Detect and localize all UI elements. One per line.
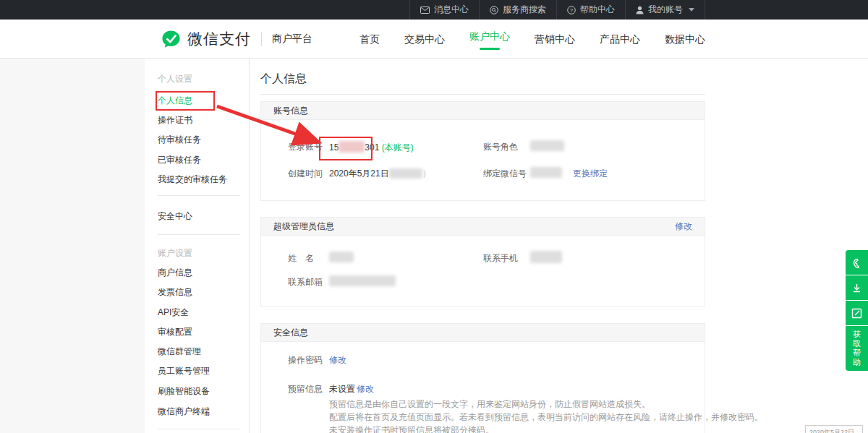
section-title: 账号信息 <box>273 105 308 117</box>
sidebar-item-my-submitted-tasks[interactable]: 我提交的审核任务 <box>158 173 227 186</box>
main-nav: 首页 交易中心 账户中心 营销中心 产品中心 数据中心 <box>359 20 705 59</box>
sidebar-item-operation-certificate[interactable]: 操作证书 <box>158 114 192 127</box>
super-admin-header: 超级管理员信息 修改 <box>261 218 705 236</box>
page-title: 个人信息 <box>260 72 307 87</box>
platform-subtitle: 商户平台 <box>272 33 312 46</box>
redacted-created-time <box>389 168 422 179</box>
operation-password-label: 操作密码 <box>288 354 323 366</box>
created-time-value: 2020年5月21日） <box>329 168 431 180</box>
merchant-platform-page: 消息中心 服务商搜索 ? 帮助中心 我的账号 <box>0 0 868 433</box>
nav-marketing-center[interactable]: 营销中心 <box>535 32 575 46</box>
header: 微信支付 商户平台 首页 交易中心 账户中心 营销中心 产品中心 数据中心 <box>0 20 868 59</box>
nav-home[interactable]: 首页 <box>359 32 380 46</box>
sidebar-item-reviewed-tasks[interactable]: 已审核任务 <box>158 154 201 166</box>
hotline-button[interactable] <box>846 250 868 275</box>
sidebar-item-invoice-info[interactable]: 发票信息 <box>158 286 192 299</box>
created-time-label: 创建时间 <box>288 168 323 180</box>
get-help-button[interactable]: 获取帮助 <box>846 326 868 371</box>
contact-email-value <box>329 275 396 286</box>
topbar: 消息中心 服务商搜索 ? 帮助中心 我的账号 <box>0 0 868 20</box>
sidebar-item-api-security[interactable]: API安全 <box>158 306 189 319</box>
bound-wechat-value <box>530 167 562 178</box>
login-account-value: 15301 (本账号) <box>329 141 414 154</box>
account-role-value <box>530 140 564 151</box>
admin-edit-link[interactable]: 修改 <box>675 220 692 233</box>
sidebar-group-account-settings: 账户设置 <box>158 247 192 260</box>
topbar-item-label: 消息中心 <box>434 4 469 16</box>
redacted-phone <box>530 251 562 263</box>
logo-text: 微信支付 <box>187 29 251 49</box>
user-icon <box>636 6 644 14</box>
date-tooltip: 2020年5月22日 <box>805 425 863 433</box>
login-suffix: 301 <box>365 142 379 153</box>
sidebar-item-pending-review-tasks[interactable]: 待审核任务 <box>158 134 201 146</box>
topbar-item-label: 帮助中心 <box>580 4 615 16</box>
topbar-help-center[interactable]: ? 帮助中心 <box>556 0 625 20</box>
reserve-desc-line: 未安装操作证书时预留信息将被部分掩码。 <box>329 424 494 433</box>
feedback-button[interactable] <box>846 301 868 325</box>
get-help-label: 获取帮助 <box>852 326 861 371</box>
reserve-edit-link[interactable]: 修改 <box>357 383 374 395</box>
logo[interactable]: 微信支付 商户平台 <box>161 20 312 59</box>
redacted-name <box>329 252 354 262</box>
sidebar-divider <box>158 429 240 429</box>
sidebar: 个人设置 个人信息 操作证书 待审核任务 已审核任务 我提交的审核任务 安全中心… <box>145 59 250 433</box>
sidebar-item-security-center[interactable]: 安全中心 <box>158 210 192 223</box>
contact-phone-label: 联系手机 <box>483 252 518 265</box>
sidebar-item-face-devices[interactable]: 刷脸智能设备 <box>158 385 210 398</box>
account-role-label: 账号角色 <box>483 141 518 153</box>
rebind-link[interactable]: 更换绑定 <box>573 168 608 180</box>
sidebar-item-merchant-info[interactable]: 商户信息 <box>158 267 192 279</box>
security-info-header: 安全信息 <box>261 324 705 342</box>
topbar-message-center[interactable]: 消息中心 <box>409 0 479 20</box>
help-icon: ? <box>567 6 576 14</box>
download-icon <box>851 283 862 293</box>
login-account-label: 登录账号 <box>288 141 323 153</box>
chevron-down-icon <box>689 8 694 12</box>
sidebar-divider <box>158 195 240 196</box>
logo-divider <box>261 32 262 46</box>
topbar-item-label: 我的账号 <box>648 4 683 16</box>
left-gutter <box>0 59 145 433</box>
mail-icon <box>420 7 430 14</box>
created-date: 2020年5月21日 <box>329 168 389 179</box>
sidebar-item-review-config[interactable]: 审核配置 <box>158 326 192 338</box>
name-label: 姓 名 <box>288 252 314 265</box>
nav-data-center[interactable]: 数据中心 <box>665 32 705 46</box>
search-icon <box>490 6 498 14</box>
name-value <box>329 252 354 262</box>
svg-text:?: ? <box>570 7 574 13</box>
topbar-service-search[interactable]: 服务商搜索 <box>479 0 556 20</box>
redacted-email <box>329 275 396 286</box>
sidebar-item-merchant-terminal[interactable]: 微信商户终端 <box>158 406 210 418</box>
nav-product-center[interactable]: 产品中心 <box>600 32 640 46</box>
edit-icon <box>851 308 862 319</box>
sidebar-item-staff-account-mgmt[interactable]: 员工账号管理 <box>158 365 210 377</box>
phone-icon <box>851 257 863 268</box>
created-suffix: ） <box>422 168 431 179</box>
redacted-role <box>530 140 564 151</box>
title-divider <box>260 94 705 95</box>
contact-phone-value <box>530 251 562 263</box>
reserve-info-value: 未设置 <box>329 383 355 395</box>
topbar-item-label: 服务商搜索 <box>503 4 546 16</box>
section-title: 超级管理员信息 <box>273 220 334 233</box>
floating-help-bar: 获取帮助 <box>846 250 868 371</box>
download-button[interactable] <box>846 275 868 300</box>
sidebar-item-wechat-group-mgmt[interactable]: 微信群管理 <box>158 346 201 358</box>
reserve-info-label: 预留信息 <box>288 383 323 395</box>
redacted-login-middle <box>339 141 365 153</box>
current-account-tag: (本账号) <box>382 142 414 153</box>
sidebar-divider <box>158 234 240 235</box>
nav-account-center[interactable]: 账户中心 <box>469 29 510 50</box>
password-edit-link[interactable]: 修改 <box>329 354 346 366</box>
reserve-desc-line: 预留信息是由你自己设置的一段文字，用来鉴定网站身份，防止假冒网站造成损失。 <box>329 398 650 411</box>
nav-transaction-center[interactable]: 交易中心 <box>404 32 445 46</box>
sidebar-group-personal-settings: 个人设置 <box>158 73 192 85</box>
reserve-desc-line: 配置后将在首页及充值页面显示。若未看到预留信息，表明当前访问的网站存在风险，请终… <box>329 411 763 424</box>
redacted-wechat-id <box>530 167 562 178</box>
bound-wechat-label: 绑定微信号 <box>483 168 527 180</box>
topbar-my-account[interactable]: 我的账号 <box>625 0 705 20</box>
sidebar-item-personal-info[interactable]: 个人信息 <box>158 95 192 107</box>
wechat-pay-logo-icon <box>161 29 182 50</box>
